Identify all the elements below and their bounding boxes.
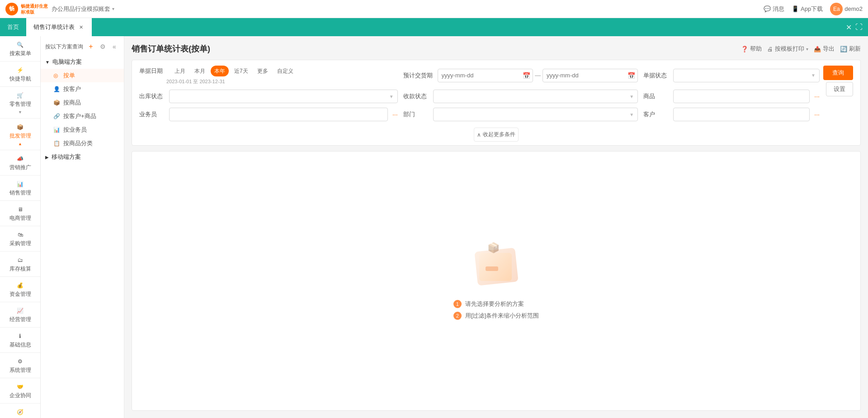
quick-date-this-year[interactable]: 本年 xyxy=(211,66,229,76)
avatar: Ea xyxy=(830,3,843,15)
salesperson-input[interactable] xyxy=(169,108,388,121)
quick-date-more[interactable]: 更多 xyxy=(254,66,272,76)
empty-tip-1: 1 请先选择要分析的方案 xyxy=(453,300,539,308)
sidebar-item-ecommerce[interactable]: 🖥 电商管理 xyxy=(0,201,40,226)
status-label: 单据状态 xyxy=(643,71,670,80)
filter-add-btn[interactable]: + xyxy=(86,42,96,52)
sidebar-item-retail[interactable]: 🛒 零售管理 ▼ xyxy=(0,87,40,119)
sidebar-item-system[interactable]: ⚙ 系统管理 xyxy=(0,353,40,378)
search-icon: 🔍 xyxy=(17,42,24,48)
refresh-icon: 🔄 xyxy=(840,46,847,52)
collapse-bar[interactable]: ∧ 收起更多条件 xyxy=(474,128,519,142)
scheme-item-by-goods[interactable]: 📦 按商品 xyxy=(41,96,124,109)
base-info-icon: ℹ xyxy=(19,333,21,339)
quick-date-this-month[interactable]: 本月 xyxy=(191,66,209,76)
customer-input[interactable] xyxy=(673,108,810,121)
scheme-item-by-customer-goods-label: 按客户+商品 xyxy=(63,112,96,120)
sidebar-label-sales-mgmt: 销售管理 xyxy=(9,189,31,197)
calendar-to-icon: 📅 xyxy=(627,72,635,79)
customer-more-icon[interactable]: ··· xyxy=(814,111,820,118)
date-from-input[interactable] xyxy=(438,69,533,82)
sidebar-item-inventory[interactable]: 🗂 库存核算 xyxy=(0,252,40,277)
sidebar-item-wholesale[interactable]: 📦 批发管理 ▲ xyxy=(0,119,40,150)
help-btn[interactable]: ❓ 帮助 xyxy=(741,45,762,53)
quick-date-7days[interactable]: 近7天 xyxy=(231,66,252,76)
add-scheme-icon: + xyxy=(89,43,93,51)
set-button[interactable]: 设置 xyxy=(826,82,853,96)
ship-status-select[interactable]: ▼ xyxy=(169,90,398,103)
sidebar-item-purchase[interactable]: 🛍 采购管理 xyxy=(0,226,40,252)
salesperson-more-icon[interactable]: ··· xyxy=(392,111,398,118)
filter-settings-btn[interactable]: ⚙ xyxy=(98,42,108,52)
sidebar-item-newbie[interactable]: 🧭 新手引导 xyxy=(0,404,40,418)
sidebar-item-quick-nav[interactable]: ⚡ 快捷导航 xyxy=(0,62,40,87)
search-button[interactable]: 查询 xyxy=(823,66,853,80)
top-bar-right: 💬 消息 📱 App下载 Ea demo2 xyxy=(764,3,863,15)
tab-home[interactable]: 首页 xyxy=(0,18,26,36)
main-layout: 🔍 搜索菜单 ⚡ 快捷导航 🛒 零售管理 ▼ 📦 批发管理 ▲ 📣 营销推广 📊… xyxy=(0,36,868,418)
sidebar-item-enterprise[interactable]: 🤝 企业协同 xyxy=(0,378,40,404)
status-field: 单据状态 ▼ xyxy=(643,69,820,82)
scheme-item-by-salesperson[interactable]: 📊 按业务员 xyxy=(41,123,124,137)
empty-tip-2: 2 用[过滤]条件来缩小分析范围 xyxy=(453,312,539,320)
scheme-item-by-order[interactable]: ◎ 按单 xyxy=(41,69,124,82)
payment-status-select[interactable]: ▼ xyxy=(433,90,638,103)
filter-form-inner: 单据日期 上月 本月 本年 近7天 更多 自定义 xyxy=(139,66,820,126)
filter-row-1: 单据日期 上月 本月 本年 近7天 更多 自定义 xyxy=(139,66,820,85)
message-action[interactable]: 💬 消息 xyxy=(764,5,784,13)
collapse-label: 收起更多条件 xyxy=(483,131,515,138)
goods-input[interactable] xyxy=(673,90,810,103)
tab-expand-btn[interactable]: ⛶ xyxy=(855,23,863,31)
tip-1-text: 请先选择要分析的方案 xyxy=(465,300,524,308)
date-from-wrapper: 📅 xyxy=(438,69,533,82)
date-to-input[interactable] xyxy=(542,69,638,82)
sidebar-item-base-info[interactable]: ℹ 基础信息 xyxy=(0,328,40,353)
logo-area: 畅 畅捷通好生意 标准版 xyxy=(5,3,48,15)
app-download-action[interactable]: 📱 App下载 xyxy=(792,5,823,13)
refresh-btn[interactable]: 🔄 刷新 xyxy=(840,45,861,53)
wholesale-icon: 📦 xyxy=(17,124,24,130)
sidebar-label-base-info: 基础信息 xyxy=(9,341,31,349)
ecommerce-icon: 🖥 xyxy=(18,206,23,213)
sidebar-item-operations[interactable]: 📈 经营管理 xyxy=(0,302,40,328)
help-icon: ❓ xyxy=(741,46,748,52)
by-salesperson-icon: 📊 xyxy=(53,127,61,133)
tab-close-icon[interactable]: ✕ xyxy=(77,24,85,31)
by-customer-goods-icon: 🔗 xyxy=(53,113,61,119)
logo-text: 畅捷通好生意 标准版 xyxy=(21,3,48,15)
sidebar-item-search[interactable]: 🔍 搜索菜单 xyxy=(0,36,40,62)
sidebar-label-system: 系统管理 xyxy=(9,366,31,374)
user-name: demo2 xyxy=(844,5,863,12)
status-select[interactable]: ▼ xyxy=(673,69,820,82)
inventory-icon: 🗂 xyxy=(18,257,23,263)
sidebar-item-marketing[interactable]: 📣 营销推广 xyxy=(0,150,40,176)
scheme-item-by-customer-goods[interactable]: 🔗 按客户+商品 xyxy=(41,109,124,123)
quick-dates: 上月 本月 本年 近7天 更多 自定义 xyxy=(171,66,297,76)
mobile-scheme-title[interactable]: ▶ 移动端方案 xyxy=(41,150,124,164)
sidebar-item-finance[interactable]: 💰 资金管理 xyxy=(0,277,40,302)
empty-illustration: 📦 xyxy=(469,238,524,284)
department-select[interactable]: ▼ xyxy=(433,108,638,121)
scheme-item-by-customer[interactable]: 👤 按客户 xyxy=(41,82,124,96)
top-bar: 畅 畅捷通好生意 标准版 办公用品行业模拟账套 ▾ 💬 消息 📱 App下载 E… xyxy=(0,0,868,18)
filter-panel: 按以下方案查询 + ⚙ « ▼ 电脑端方案 xyxy=(41,36,124,418)
sidebar-item-sales-mgmt[interactable]: 📊 销售管理 xyxy=(0,176,40,201)
tab-close-btn[interactable]: ✕ xyxy=(846,23,852,32)
desktop-scheme-title[interactable]: ▼ 电脑端方案 xyxy=(41,55,124,69)
scheme-item-by-customer-label: 按客户 xyxy=(63,85,81,93)
quick-date-custom[interactable]: 自定义 xyxy=(274,66,297,76)
content-area: 按以下方案查询 + ⚙ « ▼ 电脑端方案 xyxy=(41,36,868,418)
filter-collapse-btn[interactable]: « xyxy=(109,42,119,52)
print-icon: 🖨 xyxy=(767,46,773,52)
goods-more-icon[interactable]: ··· xyxy=(814,93,820,100)
quick-date-last-month[interactable]: 上月 xyxy=(171,66,189,76)
scheme-item-by-goods-category[interactable]: 📋 按商品分类 xyxy=(41,137,124,150)
tab-sales-stat[interactable]: 销售订单统计表 ✕ xyxy=(26,18,92,36)
export-btn[interactable]: 📤 导出 xyxy=(814,45,835,53)
payment-status-dropdown-icon: ▼ xyxy=(629,94,634,99)
department-label: 部门 xyxy=(403,110,430,119)
app-download-label: App下载 xyxy=(801,5,823,13)
breadcrumb-area[interactable]: 办公用品行业模拟账套 ▾ xyxy=(52,5,114,13)
template-print-btn[interactable]: 🖨 按模板打印 ▾ xyxy=(767,45,808,53)
user-area[interactable]: Ea demo2 xyxy=(830,3,863,15)
